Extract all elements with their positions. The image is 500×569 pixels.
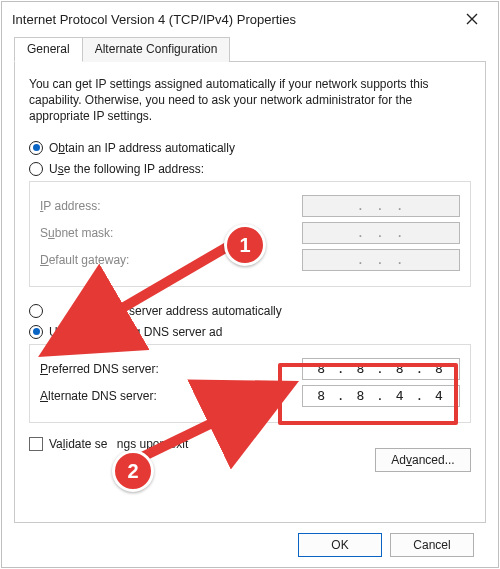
radio-icon: [29, 325, 43, 339]
input-alternate-dns[interactable]: 8 . 8 . 4 . 4: [302, 385, 460, 407]
radio-use-following-ip[interactable]: Use the following IP address:: [29, 160, 471, 178]
label-preferred-dns: Preferred DNS server:: [40, 362, 159, 376]
radio-use-following-dns[interactable]: Use the following DNS server ad: [29, 323, 471, 341]
window-title: Internet Protocol Version 4 (TCP/IPv4) P…: [12, 12, 296, 27]
radio-obtain-dns-auto[interactable]: NS server address automatically: [29, 302, 471, 320]
label-ip-address: IP address:: [40, 199, 101, 213]
tab-general[interactable]: General: [14, 37, 83, 62]
group-dns-fields: Preferred DNS server: 8 . 8 . 8 . 8 Alte…: [29, 344, 471, 423]
close-icon: [466, 13, 478, 25]
close-button[interactable]: [452, 5, 492, 33]
dialog-footer: OK Cancel: [14, 523, 486, 557]
tabstrip: General Alternate Configuration: [14, 37, 486, 62]
radio-label: Use the following DNS server ad: [49, 325, 222, 339]
description-text: You can get IP settings assigned automat…: [29, 76, 471, 125]
radio-label: NS server address automatically: [109, 304, 282, 318]
dialog-window: Internet Protocol Version 4 (TCP/IPv4) P…: [1, 1, 499, 568]
row-default-gateway: Default gateway: . . .: [40, 249, 460, 271]
advanced-button[interactable]: Advanced...: [375, 448, 471, 472]
label-subnet-mask: Subnet mask:: [40, 226, 113, 240]
input-preferred-dns[interactable]: 8 . 8 . 8 . 8: [302, 358, 460, 380]
label-default-gateway: Default gateway:: [40, 253, 129, 267]
tab-alternate-configuration[interactable]: Alternate Configuration: [82, 37, 231, 62]
radio-icon: [29, 304, 43, 318]
checkbox-icon: [29, 437, 43, 451]
row-subnet-mask: Subnet mask: . . .: [40, 222, 460, 244]
checkbox-label: Validate settings upon exit: [49, 437, 188, 451]
radio-obtain-ip-auto[interactable]: Obtain an IP address automatically: [29, 139, 471, 157]
row-preferred-dns: Preferred DNS server: 8 . 8 . 8 . 8: [40, 358, 460, 380]
radio-label: Use the following IP address:: [49, 162, 204, 176]
group-ip-fields: IP address: . . . Subnet mask: . . . Def…: [29, 181, 471, 287]
input-ip-address: . . .: [302, 195, 460, 217]
radio-icon: [29, 162, 43, 176]
row-alternate-dns: Alternate DNS server: 8 . 8 . 4 . 4: [40, 385, 460, 407]
tab-panel-general: You can get IP settings assigned automat…: [14, 61, 486, 523]
titlebar: Internet Protocol Version 4 (TCP/IPv4) P…: [2, 2, 498, 36]
ok-button[interactable]: OK: [298, 533, 382, 557]
input-default-gateway: . . .: [302, 249, 460, 271]
row-ip-address: IP address: . . .: [40, 195, 460, 217]
label-alternate-dns: Alternate DNS server:: [40, 389, 157, 403]
input-subnet-mask: . . .: [302, 222, 460, 244]
radio-label: Obtain an IP address automatically: [49, 141, 235, 155]
dialog-content: General Alternate Configuration You can …: [2, 36, 498, 567]
cancel-button[interactable]: Cancel: [390, 533, 474, 557]
radio-icon: [29, 141, 43, 155]
